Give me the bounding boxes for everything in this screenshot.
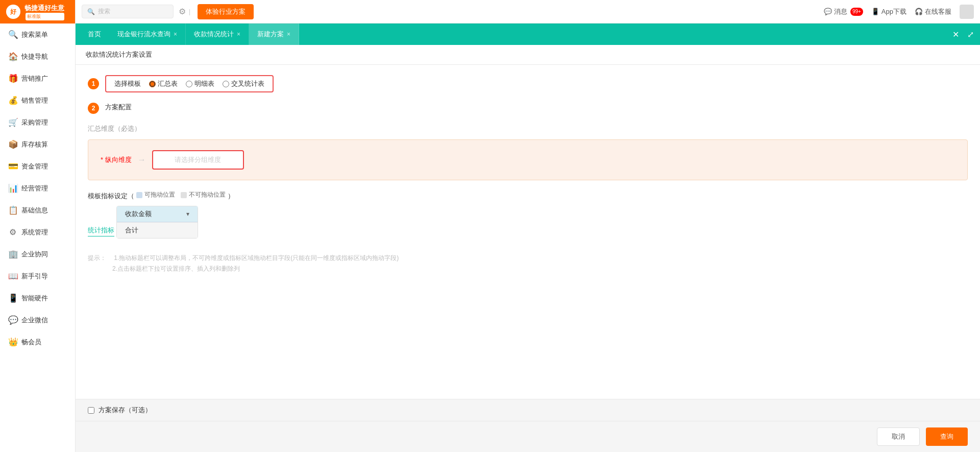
sidebar-item-inventory[interactable]: 📦 库存核算	[0, 133, 75, 155]
card-icon: 💳	[8, 161, 17, 171]
sidebar-item-smart-hw[interactable]: 📱 智能硬件	[0, 287, 75, 309]
legend-draggable-dot	[136, 192, 142, 198]
search-icon: 🔍	[8, 30, 17, 39]
tab-bank-flow-label: 现金银行流水查询	[117, 30, 170, 39]
tab-new-plan[interactable]: 新建方案 ×	[249, 23, 299, 45]
dimension-placeholder[interactable]: 请选择分组维度	[152, 150, 244, 170]
tab-new-plan-label: 新建方案	[257, 30, 284, 39]
form-area: 1 选择模板 汇总表 明细表 交叉统	[76, 65, 980, 399]
search-box-icon: 🔍	[87, 8, 95, 15]
sidebar-item-enterprise[interactable]: 🏢 企业协同	[0, 243, 75, 265]
tab-home[interactable]: 首页	[80, 23, 109, 45]
headset-icon: 🎧	[915, 8, 923, 15]
crown-icon: 👑	[8, 337, 17, 347]
sidebar-item-beginner[interactable]: 📖 新手引导	[0, 265, 75, 287]
radio-cross[interactable]: 交叉统计表	[223, 79, 264, 88]
dimension-box: 纵向维度 → 请选择分组维度	[88, 139, 968, 180]
page-title: 收款情况统计方案设置	[86, 50, 970, 64]
page-title-bar: 收款情况统计方案设置	[76, 45, 980, 65]
sidebar-item-label: 企业协同	[21, 250, 48, 259]
cancel-button[interactable]: 取消	[877, 427, 920, 446]
sidebar-item-quick-nav[interactable]: 🏠 快捷导航	[0, 45, 75, 67]
template-section: 选择模板 汇总表 明细表 交叉统计表	[105, 75, 274, 92]
sidebar: 好 畅捷通好生意 标准版 🔍 搜索菜单 🏠 快捷导航 🎁 营销推广 💰 销售管理…	[0, 0, 76, 452]
sidebar-item-label: 营销推广	[21, 74, 48, 83]
user-avatar[interactable]	[960, 5, 974, 19]
sidebar-item-marketing[interactable]: 🎁 营销推广	[0, 67, 75, 89]
sidebar-item-basic-info[interactable]: 📋 基础信息	[0, 199, 75, 221]
sidebar-item-label: 销售管理	[21, 96, 48, 105]
indicator-section-label: 统计指标	[88, 226, 114, 236]
sidebar-item-wechat[interactable]: 💬 企业微信	[0, 309, 75, 331]
dimension-group-label: 汇总维度（必选）	[88, 124, 968, 133]
sidebar-item-label: 基础信息	[21, 206, 48, 215]
download-item[interactable]: 📱 App下载	[871, 7, 906, 16]
sidebar-item-system[interactable]: ⚙ 系统管理	[0, 221, 75, 243]
sidebar-item-label: 采购管理	[21, 118, 48, 127]
list-icon: 📋	[8, 205, 17, 215]
save-label: 方案保存（可选）	[99, 406, 152, 415]
gift-icon: 🎁	[8, 74, 17, 83]
sidebar-item-search-menu[interactable]: 🔍 搜索菜单	[0, 23, 75, 45]
sidebar-item-label: 系统管理	[21, 228, 48, 237]
download-icon: 📱	[871, 8, 879, 15]
logo-text: 畅捷通好生意	[24, 4, 64, 13]
book-icon: 📖	[8, 271, 17, 281]
message-item[interactable]: 💬 消息 99+	[824, 7, 863, 16]
trial-btn[interactable]: 体验行业方案	[198, 4, 254, 19]
service-item[interactable]: 🎧 在线客服	[915, 7, 951, 16]
radio-detail-input[interactable]	[186, 81, 192, 87]
message-icon: 💬	[824, 8, 832, 15]
search-box[interactable]: 🔍 搜索	[82, 5, 174, 18]
query-button[interactable]: 查询	[926, 427, 968, 446]
phone-icon: 📱	[8, 293, 17, 303]
indicator-table-header[interactable]: 收款金额 ▾	[117, 206, 198, 222]
section1-row: 1 选择模板 汇总表 明细表 交叉统	[88, 75, 968, 92]
indicator-settings-header: 模板指标设定（ 可拖动位置 不可拖动位置 ）	[88, 191, 968, 201]
footer: 取消 查询	[76, 421, 980, 452]
cart-icon: 🛒	[8, 117, 17, 127]
message-label: 消息	[834, 7, 847, 16]
sidebar-logo: 好 畅捷通好生意 标准版	[0, 0, 75, 23]
tab-collection-stats-close[interactable]: ×	[237, 31, 240, 38]
sidebar-item-label: 资金管理	[21, 162, 48, 171]
hint-text: 提示： 1.拖动标题栏可以调整布局，不可跨维度或指标区域拖动栏目字段(只能在同一…	[88, 253, 968, 275]
message-badge: 99+	[850, 8, 863, 16]
box-icon: 📦	[8, 139, 17, 149]
search-box-placeholder: 搜索	[98, 7, 110, 16]
logo-badge: 标准版	[26, 13, 64, 20]
radio-summary-input[interactable]	[149, 81, 156, 87]
settings-icon[interactable]: ⚙	[179, 7, 186, 16]
sidebar-item-operation[interactable]: 📊 经营管理	[0, 177, 75, 199]
radio-detail[interactable]: 明细表	[186, 79, 214, 88]
radio-detail-label: 明细表	[194, 79, 214, 88]
tab-bank-flow[interactable]: 现金银行流水查询 ×	[109, 23, 186, 45]
section2-number: 2	[88, 103, 99, 114]
main-area: 🔍 搜索 ⚙ | 体验行业方案 💬 消息 99+ 📱 App下载 🎧 在线客服 …	[76, 0, 980, 452]
chat-icon: 💬	[8, 315, 17, 325]
section2-label: 方案配置	[105, 103, 132, 112]
sidebar-item-member[interactable]: 👑 畅会员	[0, 331, 75, 353]
tab-bank-flow-close[interactable]: ×	[174, 31, 177, 38]
save-checkbox[interactable]	[88, 407, 94, 414]
tab-collection-stats[interactable]: 收款情况统计 ×	[186, 23, 249, 45]
legend-draggable: 可拖动位置	[136, 191, 175, 199]
radio-summary[interactable]: 汇总表	[149, 79, 178, 88]
hint-line-2: 2.点击标题栏下拉可设置排序、插入列和删除列	[88, 264, 968, 275]
sidebar-item-finance[interactable]: 💳 资金管理	[0, 155, 75, 177]
tab-maximize-btn[interactable]: ⤢	[965, 28, 976, 41]
chevron-down-icon[interactable]: ▾	[186, 210, 189, 218]
home-icon: 🏠	[8, 52, 17, 61]
radio-cross-label: 交叉统计表	[231, 79, 264, 88]
sidebar-item-sales[interactable]: 💰 销售管理	[0, 89, 75, 111]
legend-fixed: 不可拖动位置	[181, 191, 226, 199]
sidebar-item-label: 快捷导航	[21, 52, 48, 61]
legend-fixed-dot	[181, 192, 187, 198]
tab-close-btn[interactable]: ✕	[950, 28, 961, 41]
sidebar-item-purchase[interactable]: 🛒 采购管理	[0, 111, 75, 133]
tab-collection-stats-label: 收款情况统计	[194, 30, 234, 39]
radio-cross-input[interactable]	[223, 81, 229, 87]
sidebar-item-label: 智能硬件	[21, 294, 48, 303]
tab-new-plan-close[interactable]: ×	[287, 31, 290, 38]
indicator-header-text: 收款金额	[125, 209, 152, 219]
